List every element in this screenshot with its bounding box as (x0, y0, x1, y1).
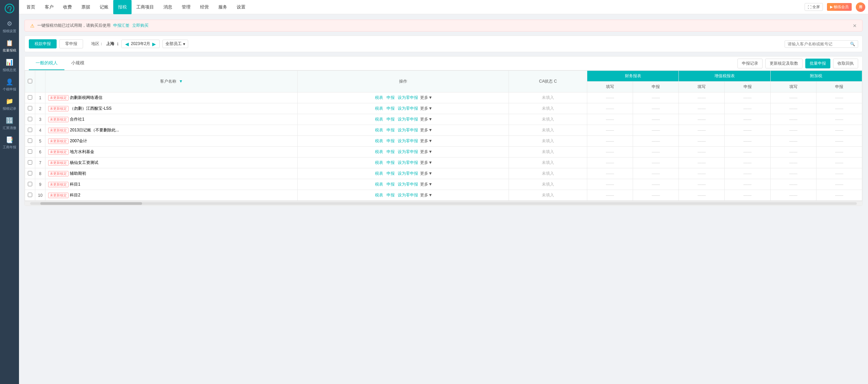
date-next-button[interactable]: ▶ (152, 41, 156, 47)
op-declare[interactable]: 申报 (387, 117, 395, 122)
op-taxform[interactable]: 税表 (375, 117, 383, 122)
sidebar-item-tax-records[interactable]: 📁 报税记录 (0, 94, 19, 114)
op-more[interactable]: 更多▼ (420, 182, 432, 187)
op-more[interactable]: 更多▼ (420, 160, 432, 165)
sidebar-item-calc-clear[interactable]: 🔢 汇算清缴 (0, 114, 19, 133)
op-taxform[interactable]: 税表 (375, 182, 383, 187)
search-input[interactable] (788, 42, 849, 46)
sidebar-item-tax-settings[interactable]: ⚙ 报税设置 (0, 17, 19, 36)
row-extra-declare: —— (816, 125, 862, 136)
row-checkbox[interactable] (28, 193, 32, 197)
op-taxform[interactable]: 税表 (375, 171, 383, 176)
op-declare[interactable]: 申报 (387, 138, 395, 143)
op-declare[interactable]: 申报 (387, 160, 395, 165)
op-taxform[interactable]: 税表 (375, 138, 383, 143)
op-taxform[interactable]: 税表 (375, 193, 383, 197)
op-taxform[interactable]: 税表 (375, 149, 383, 154)
declare-record-button[interactable]: 申报记录 (737, 59, 763, 68)
op-more[interactable]: 更多▼ (420, 117, 432, 122)
employee-filter[interactable]: 全部员工 ▾ (162, 40, 188, 48)
subtab-general-taxpayer[interactable]: 一般的税人 (29, 57, 64, 70)
subtab-small-scale[interactable]: 小规模 (64, 57, 91, 70)
th-operations: 操作 (298, 71, 509, 92)
op-declare[interactable]: 申报 (387, 106, 395, 111)
user-avatar[interactable]: 用 (856, 2, 865, 12)
sort-icon[interactable]: ▼ (179, 79, 183, 84)
update-quota-button[interactable]: 更新核定及取数 (765, 59, 803, 68)
op-more[interactable]: 更多▼ (420, 193, 432, 197)
op-zero-declare[interactable]: 设为零申报 (398, 138, 418, 143)
row-checkbox[interactable] (28, 171, 32, 175)
select-all-checkbox[interactable] (28, 79, 32, 83)
op-more[interactable]: 更多▼ (420, 138, 432, 143)
nav-settings[interactable]: 设置 (232, 0, 250, 14)
op-zero-declare[interactable]: 设为零申报 (398, 160, 418, 165)
upgrade-button[interactable]: ▶ 畅练会员 (827, 3, 852, 11)
op-declare[interactable]: 申报 (387, 182, 395, 187)
op-declare[interactable]: 申报 (387, 171, 395, 176)
nav-operations[interactable]: 经营 (195, 0, 214, 14)
nav-services[interactable]: 服务 (214, 0, 232, 14)
banner-link-buy[interactable]: 立即购买 (132, 23, 149, 28)
row-checkbox[interactable] (28, 106, 32, 110)
op-declare[interactable]: 申报 (387, 128, 395, 132)
collect-refund-button[interactable]: 收取回执 (833, 59, 858, 68)
tab-zero-report[interactable]: 零申报 (59, 39, 83, 48)
row-ca-status: 未填入 (509, 103, 587, 114)
nav-tax[interactable]: 报税 (113, 0, 132, 14)
sidebar-item-batch-tax[interactable]: 📋 批量报税 (0, 36, 19, 56)
row-checkbox[interactable] (28, 128, 32, 132)
op-zero-declare[interactable]: 设为零申报 (398, 149, 418, 154)
op-zero-declare[interactable]: 设为零申报 (398, 128, 418, 132)
fullscreen-button[interactable]: ⛶ 全屏 (805, 3, 823, 11)
nav-accounts[interactable]: 记账 (95, 0, 113, 14)
th-extra-tax-group: 附加税 (770, 71, 862, 82)
op-zero-declare[interactable]: 设为零申报 (398, 171, 418, 176)
op-more[interactable]: 更多▼ (420, 149, 432, 154)
op-taxform[interactable]: 税表 (375, 128, 383, 132)
row-checkbox[interactable] (28, 182, 32, 186)
nav-invoices[interactable]: 票据 (77, 0, 95, 14)
nav-biz-projects[interactable]: 工商项目 (132, 0, 159, 14)
op-zero-declare[interactable]: 设为零申报 (398, 117, 418, 122)
op-more[interactable]: 更多▼ (420, 128, 432, 132)
op-more[interactable]: 更多▼ (420, 171, 432, 176)
op-declare[interactable]: 申报 (387, 149, 395, 154)
batch-declare-button[interactable]: 批量申报 (805, 59, 830, 68)
op-taxform[interactable]: 税表 (375, 95, 383, 100)
nav-management[interactable]: 管理 (177, 0, 195, 14)
op-zero-declare[interactable]: 设为零申报 (398, 95, 418, 100)
banner-close-button[interactable]: ✕ (853, 23, 857, 28)
banner-link-declare[interactable]: 申报汇签 (113, 23, 130, 28)
row-fin-declare: —— (633, 190, 679, 201)
op-zero-declare[interactable]: 设为零申报 (398, 193, 418, 197)
date-prev-button[interactable]: ◀ (125, 41, 129, 47)
horizontal-scrollbar[interactable] (25, 201, 862, 206)
info-icon[interactable]: ℹ (117, 42, 119, 46)
row-checkbox[interactable] (28, 117, 32, 121)
folder-icon: 📁 (6, 97, 13, 106)
nav-home[interactable]: 首页 (22, 0, 40, 14)
sidebar-item-personal-tax[interactable]: 👤 个税申报 (0, 75, 19, 94)
row-checkbox[interactable] (28, 149, 32, 154)
op-declare[interactable]: 申报 (387, 95, 395, 100)
row-checkbox[interactable] (28, 95, 32, 100)
op-zero-declare[interactable]: 设为零申报 (398, 106, 418, 111)
scroll-thumb[interactable] (40, 202, 142, 205)
op-more[interactable]: 更多▼ (420, 106, 432, 111)
search-icon[interactable]: 🔍 (850, 42, 855, 46)
op-more[interactable]: 更多▼ (420, 95, 432, 100)
op-taxform[interactable]: 税表 (375, 160, 383, 165)
nav-messages[interactable]: 消息 (159, 0, 177, 14)
sidebar-item-tax-overview[interactable]: 📊 报税总览 (0, 56, 19, 75)
tab-tax-declaration[interactable]: 税款申报 (29, 39, 57, 48)
op-zero-declare[interactable]: 设为零申报 (398, 182, 418, 187)
nav-clients[interactable]: 客户 (40, 0, 58, 14)
nav-billing[interactable]: 收费 (58, 0, 77, 14)
row-checkbox[interactable] (28, 160, 32, 165)
op-declare[interactable]: 申报 (387, 193, 395, 197)
sidebar-item-biz-annual[interactable]: 📑 工商年报 (0, 133, 19, 152)
row-checkbox[interactable] (28, 138, 32, 143)
op-taxform[interactable]: 税表 (375, 106, 383, 111)
doc-icon: 📑 (6, 136, 13, 144)
